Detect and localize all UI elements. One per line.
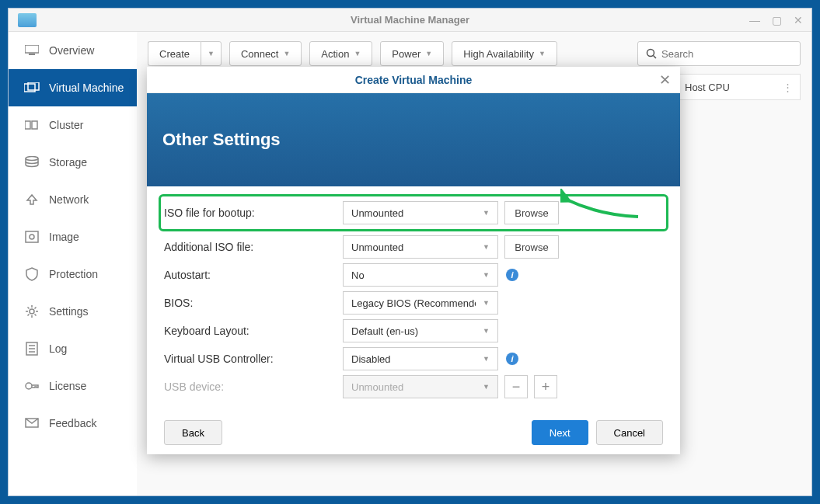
bios-label: BIOS: (164, 297, 343, 309)
chevron-down-icon: ▼ (483, 209, 490, 217)
sidebar-item-label: License (49, 380, 86, 392)
sidebar-item-log[interactable]: Log (9, 330, 137, 367)
usb-controller-label: Virtual USB Controller: (164, 353, 343, 365)
app-title: Virtual Machine Manager (351, 14, 469, 26)
row-autostart: Autostart: No▼ i (164, 261, 663, 289)
row-usb-controller: Virtual USB Controller: Disabled▼ i (164, 345, 663, 373)
app-icon (18, 13, 37, 27)
svg-rect-4 (25, 121, 30, 129)
next-button[interactable]: Next (532, 420, 588, 445)
sidebar-item-label: Log (49, 342, 67, 355)
search-input[interactable] (661, 48, 792, 60)
back-button[interactable]: Back (164, 420, 222, 445)
svg-rect-0 (25, 45, 39, 53)
search-box[interactable] (637, 41, 801, 66)
sidebar-item-label: Protection (49, 268, 98, 280)
create-vm-modal: Create Virtual Machine ✕ Other Settings … (147, 67, 680, 454)
modal-hero-title: Other Settings (162, 130, 281, 150)
sidebar: Overview Virtual Machine Cluster Storage… (9, 32, 137, 495)
sidebar-item-license[interactable]: License (9, 367, 137, 405)
iso-bootup-select[interactable]: Unmounted▼ (343, 201, 498, 224)
keyboard-label: Keyboard Layout: (164, 325, 343, 337)
overview-icon (24, 43, 40, 57)
sidebar-item-settings[interactable]: Settings (9, 293, 137, 330)
protection-icon (24, 267, 40, 281)
toolbar: Create ▼ Connect▼ Action▼ Power▼ High Av… (148, 41, 801, 66)
app-window: Virtual Machine Manager — ▢ ✕ Overview V… (8, 8, 812, 496)
cancel-button[interactable]: Cancel (596, 420, 663, 445)
modal-footer: Back Next Cancel (147, 411, 680, 454)
iso-bootup-label: ISO file for bootup: (164, 207, 343, 219)
modal-close-icon[interactable]: ✕ (659, 71, 671, 89)
sidebar-item-feedback[interactable]: Feedback (9, 405, 137, 442)
row-keyboard: Keyboard Layout: Default (en-us)▼ (164, 317, 663, 345)
more-icon[interactable]: ⋮ (783, 82, 792, 93)
usb-device-add-button[interactable]: + (534, 375, 557, 398)
usb-controller-select[interactable]: Disabled▼ (343, 347, 498, 370)
sidebar-item-label: Settings (49, 305, 89, 318)
close-icon[interactable]: ✕ (791, 13, 805, 27)
sidebar-item-label: Feedback (49, 417, 96, 429)
chevron-down-icon: ▼ (425, 50, 432, 57)
svg-point-8 (30, 235, 34, 239)
sidebar-item-network[interactable]: Network (9, 181, 137, 218)
ha-button[interactable]: High Availability▼ (452, 41, 557, 66)
feedback-icon (24, 416, 40, 430)
sidebar-item-virtual-machine[interactable]: Virtual Machine (9, 69, 137, 106)
create-dropdown[interactable]: ▼ (201, 41, 222, 66)
sidebar-item-storage[interactable]: Storage (9, 144, 137, 181)
window-controls: — ▢ ✕ (748, 13, 805, 27)
sidebar-item-label: Overview (49, 44, 94, 57)
chevron-down-icon: ▼ (483, 355, 490, 363)
additional-iso-select[interactable]: Unmounted▼ (343, 235, 498, 259)
chevron-down-icon: ▼ (483, 383, 490, 391)
sidebar-item-protection[interactable]: Protection (9, 255, 137, 293)
sidebar-item-image[interactable]: Image (9, 218, 137, 255)
minimize-icon[interactable]: — (748, 13, 762, 27)
autostart-select[interactable]: No▼ (343, 263, 498, 287)
svg-line-17 (654, 56, 657, 59)
row-additional-iso: Additional ISO file: Unmounted▼ Browse (164, 233, 663, 261)
svg-point-6 (26, 157, 38, 161)
create-button[interactable]: Create (148, 41, 201, 66)
network-icon (24, 193, 40, 207)
usb-device-label: USB device: (164, 381, 343, 393)
usb-device-select: Unmounted▼ (343, 375, 498, 398)
vm-icon (24, 81, 40, 95)
keyboard-select[interactable]: Default (en-us)▼ (343, 319, 498, 342)
chevron-down-icon: ▼ (483, 243, 490, 251)
autostart-label: Autostart: (164, 269, 343, 281)
modal-hero: Other Settings (147, 93, 680, 186)
sidebar-item-label: Virtual Machine (49, 82, 124, 94)
chevron-down-icon: ▼ (483, 327, 490, 335)
log-icon (24, 342, 40, 356)
svg-rect-7 (26, 231, 38, 242)
additional-iso-browse-button[interactable]: Browse (504, 235, 559, 259)
sidebar-item-label: Cluster (49, 119, 83, 131)
info-icon[interactable]: i (506, 353, 518, 365)
connect-button[interactable]: Connect▼ (229, 41, 302, 66)
sidebar-item-overview[interactable]: Overview (9, 32, 137, 69)
modal-title: Create Virtual Machine (355, 74, 473, 86)
iso-bootup-browse-button[interactable]: Browse (504, 201, 559, 224)
svg-rect-1 (29, 54, 35, 55)
license-icon (24, 379, 40, 393)
power-button[interactable]: Power▼ (380, 41, 444, 66)
bios-select[interactable]: Legacy BIOS (Recommended)▼ (343, 291, 498, 315)
column-header-host-cpu[interactable]: Host CPU ⋮ (676, 74, 801, 100)
row-bios: BIOS: Legacy BIOS (Recommended)▼ (164, 289, 663, 317)
action-button[interactable]: Action▼ (309, 41, 372, 66)
maximize-icon[interactable]: ▢ (769, 13, 783, 27)
chevron-down-icon: ▼ (208, 50, 215, 57)
row-usb-device: USB device: Unmounted▼ − + (164, 373, 663, 401)
gear-icon (24, 304, 40, 318)
cluster-icon (24, 118, 40, 132)
usb-device-remove-button[interactable]: − (504, 375, 528, 398)
info-icon[interactable]: i (506, 269, 518, 281)
sidebar-item-label: Image (49, 231, 79, 243)
chevron-down-icon: ▼ (539, 50, 546, 57)
svg-point-14 (26, 383, 32, 389)
svg-point-9 (30, 309, 34, 314)
sidebar-item-cluster[interactable]: Cluster (9, 106, 137, 144)
svg-rect-5 (32, 121, 37, 129)
